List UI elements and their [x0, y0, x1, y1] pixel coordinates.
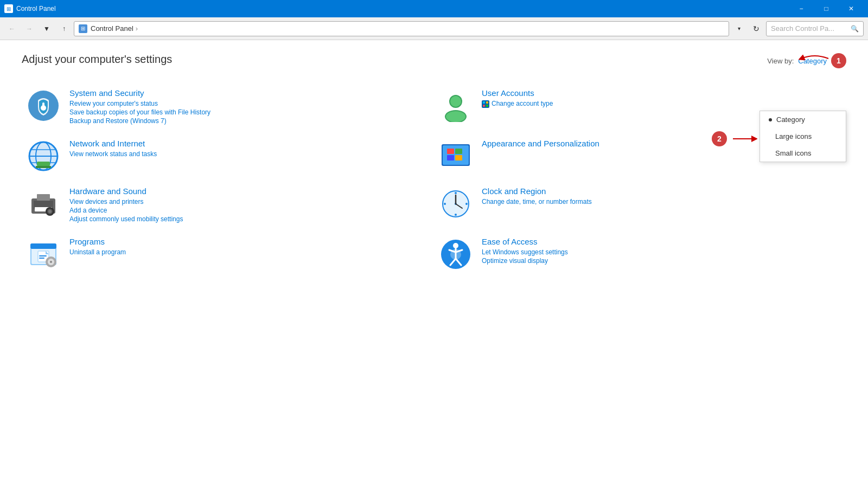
system-link-1[interactable]: Review your computer's status — [69, 100, 430, 107]
clock-region-icon — [438, 187, 473, 221]
search-icon[interactable]: 🔍 — [851, 25, 859, 33]
category-item-network[interactable]: Network and Internet View network status… — [22, 132, 434, 180]
hardware-link-2[interactable]: Add a device — [69, 207, 430, 214]
address-dropdown-button[interactable]: ▾ — [731, 21, 746, 36]
svg-rect-9 — [486, 101, 488, 104]
forward-button[interactable]: → — [22, 21, 37, 36]
title-bar: ⊞ Control Panel − □ ✕ — [0, 0, 868, 17]
app-icon: ⊞ — [4, 4, 13, 13]
clock-link-1[interactable]: Change date, time, or number formats — [482, 198, 842, 206]
dropdown-small-icons-label: Small icons — [775, 149, 811, 157]
programs-link-1[interactable]: Uninstall a program — [69, 248, 430, 256]
category-item-ease[interactable]: Ease of Access Let Windows suggest setti… — [434, 230, 846, 278]
annotation-badge-2: 2 — [712, 131, 727, 146]
main-content: Adjust your computer's settings View by:… — [0, 40, 868, 488]
programs-icon — [26, 237, 61, 272]
view-by-dropdown-menu[interactable]: Category Large icons Small icons — [760, 111, 846, 162]
ease-link-1[interactable]: Let Windows suggest settings — [482, 248, 842, 256]
user-link-1[interactable]: Change account type — [492, 100, 553, 107]
svg-point-32 — [48, 210, 52, 213]
minimize-button[interactable]: − — [789, 0, 814, 17]
system-link-3[interactable]: Backup and Restore (Windows 7) — [69, 117, 430, 125]
svg-rect-11 — [486, 105, 488, 107]
ease-link-2[interactable]: Optimize visual display — [482, 257, 842, 265]
svg-rect-22 — [447, 149, 454, 154]
category-item-clock[interactable]: Clock and Region Change date, time, or n… — [434, 180, 846, 230]
search-box[interactable]: Search Control Pa... 🔍 — [766, 21, 864, 36]
svg-point-6 — [446, 111, 465, 122]
system-security-icon — [26, 88, 61, 123]
svg-rect-10 — [483, 105, 485, 107]
clock-title[interactable]: Clock and Region — [482, 187, 842, 196]
svg-rect-24 — [447, 155, 454, 160]
svg-rect-7 — [482, 100, 489, 108]
annotation-badge-1: 1 — [831, 53, 846, 68]
ease-title[interactable]: Ease of Access — [482, 237, 842, 246]
svg-rect-25 — [455, 155, 462, 160]
arrow-annotation-2 — [730, 133, 757, 144]
system-security-title[interactable]: System and Security — [69, 88, 430, 98]
dropdown-item-small-icons[interactable]: Small icons — [760, 145, 846, 162]
search-placeholder: Search Control Pa... — [771, 24, 834, 33]
view-by-bar: View by: Category 1 — [767, 53, 846, 68]
appearance-icon — [438, 139, 473, 174]
svg-rect-43 — [30, 243, 56, 249]
svg-rect-18 — [37, 162, 50, 166]
svg-point-37 — [455, 192, 457, 194]
close-button[interactable]: ✕ — [839, 0, 864, 17]
hardware-sound-icon — [26, 187, 61, 221]
back-button[interactable]: ← — [4, 21, 20, 36]
network-internet-icon — [26, 139, 61, 174]
user-accounts-icon — [438, 88, 473, 123]
breadcrumb-chevron: › — [136, 24, 138, 33]
breadcrumb-label: Control Panel — [91, 24, 133, 33]
svg-point-39 — [444, 203, 446, 205]
system-security-content: System and Security Review your computer… — [69, 88, 430, 126]
hardware-link-1[interactable]: View devices and printers — [69, 198, 430, 206]
view-by-label: View by: — [767, 57, 794, 65]
categories-grid: System and Security Review your computer… — [22, 82, 846, 278]
window-controls: − □ ✕ — [789, 0, 864, 17]
svg-rect-47 — [39, 258, 44, 259]
svg-rect-8 — [483, 101, 485, 104]
svg-point-40 — [465, 203, 468, 205]
user-accounts-title[interactable]: User Accounts — [482, 88, 842, 98]
ease-of-access-icon — [438, 237, 473, 272]
hardware-link-3[interactable]: Adjust commonly used mobility settings — [69, 215, 430, 223]
ease-content: Ease of Access Let Windows suggest setti… — [482, 237, 842, 266]
recent-locations-button[interactable]: ▼ — [39, 21, 54, 36]
maximize-button[interactable]: □ — [814, 0, 839, 17]
svg-point-50 — [50, 261, 52, 263]
hardware-content: Hardware and Sound View devices and prin… — [69, 187, 430, 224]
hardware-title[interactable]: Hardware and Sound — [69, 187, 430, 196]
address-bar: ← → ▼ ↑ ⊞ Control Panel › ▾ ↻ Search Con… — [0, 17, 868, 40]
clock-content: Clock and Region Change date, time, or n… — [482, 187, 842, 207]
svg-rect-46 — [39, 255, 47, 256]
category-item-hardware[interactable]: Hardware and Sound View devices and prin… — [22, 180, 434, 230]
category-item-programs[interactable]: Programs Uninstall a program — [22, 230, 434, 278]
dropdown-item-category[interactable]: Category — [760, 111, 846, 128]
window-title: Control Panel — [16, 5, 789, 12]
home-icon: ⊞ — [79, 24, 87, 33]
annotation-badge-2-container: 2 — [712, 131, 757, 146]
arrow-annotation-1 — [799, 50, 831, 67]
address-field[interactable]: ⊞ Control Panel › — [74, 21, 729, 36]
svg-rect-29 — [37, 194, 50, 201]
category-item-system[interactable]: System and Security Review your computer… — [22, 82, 434, 132]
user-link-icon — [482, 100, 489, 108]
svg-rect-23 — [455, 149, 462, 154]
svg-point-38 — [455, 214, 457, 216]
refresh-button[interactable]: ↻ — [749, 21, 764, 36]
network-content: Network and Internet View network status… — [69, 139, 430, 159]
up-button[interactable]: ↑ — [56, 21, 72, 36]
network-title[interactable]: Network and Internet — [69, 139, 430, 148]
dropdown-item-large-icons[interactable]: Large icons — [760, 128, 846, 145]
network-link-1[interactable]: View network status and tasks — [69, 150, 430, 158]
svg-point-5 — [450, 96, 461, 107]
programs-content: Programs Uninstall a program — [69, 237, 430, 257]
dropdown-category-label: Category — [776, 115, 805, 124]
system-link-2[interactable]: Save backup copies of your files with Fi… — [69, 108, 430, 116]
svg-rect-2 — [42, 102, 44, 107]
programs-title[interactable]: Programs — [69, 237, 430, 246]
dropdown-large-icons-label: Large icons — [775, 132, 812, 140]
